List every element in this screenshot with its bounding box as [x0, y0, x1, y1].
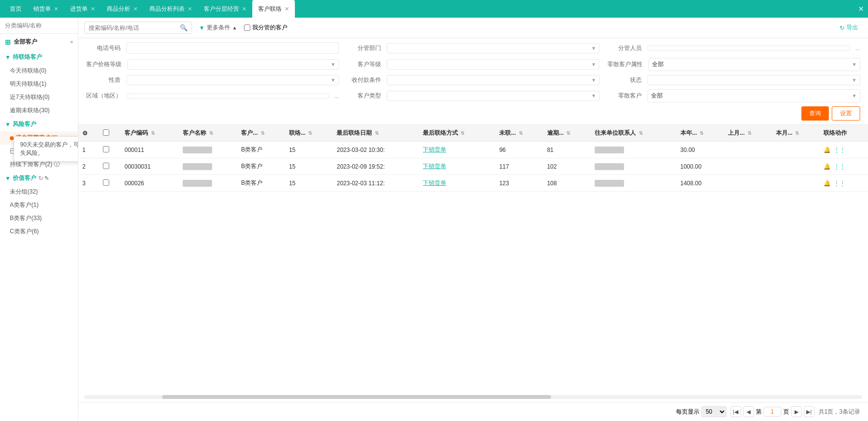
col-contact-count[interactable]: 联络... ⇅	[285, 125, 333, 142]
row-checkbox[interactable]	[103, 146, 109, 152]
contact-count-sort-icon: ⇅	[308, 130, 312, 136]
col-overdue[interactable]: 逾期... ⇅	[543, 125, 591, 142]
prev-page-btn[interactable]: ◀	[743, 406, 754, 417]
sidebar-item-ungroup[interactable]: 未分组(32)	[0, 185, 78, 198]
row-checkbox[interactable]	[103, 163, 109, 169]
sidebar-item-today[interactable]: 今天待联络(0)	[0, 64, 78, 77]
page-input[interactable]	[764, 407, 781, 417]
cell-type: B类客户	[237, 175, 285, 192]
tab-customer-tier-close[interactable]: ✕	[242, 6, 246, 12]
cell-last-method: 下销货单	[419, 158, 495, 175]
action-more-icon[interactable]: ⋮⋮	[834, 147, 845, 153]
section-pending-contact[interactable]: ▼ 待联络客户	[0, 50, 78, 64]
query-button[interactable]: 查询	[801, 106, 829, 121]
sidebar-item-class-c[interactable]: C类客户(6)	[0, 225, 78, 238]
zero-attr-select[interactable]: 全部 ▼	[649, 58, 860, 71]
export-icon: ↻	[840, 25, 844, 31]
tab-home[interactable]: 首页	[4, 0, 27, 18]
tab-analysis[interactable]: 商品分析 ✕	[101, 0, 144, 18]
dept-down-arrow: ▼	[591, 46, 596, 51]
cell-index: 1	[78, 142, 99, 158]
page-size-dropdown[interactable]: 5020100	[701, 406, 726, 417]
settings-icon[interactable]: ⚙	[82, 130, 88, 137]
more-conditions-label: 更多条件	[207, 24, 230, 32]
col-last-month[interactable]: 上月... ⇅	[724, 125, 772, 142]
next-page-btn[interactable]: ▶	[791, 406, 802, 417]
payment-select[interactable]: ▼	[387, 75, 600, 85]
setting-button[interactable]: 设置	[832, 106, 860, 121]
action-more-icon[interactable]: ⋮⋮	[834, 180, 845, 187]
last-method-link[interactable]: 下销货单	[423, 179, 446, 186]
tab-purchase-close[interactable]: ✕	[91, 6, 95, 12]
col-type[interactable]: 客户... ⇅	[237, 125, 285, 142]
page-suffix: 页	[783, 408, 789, 416]
action-contact-icon[interactable]: 🔔	[823, 180, 831, 187]
col-contact-person[interactable]: 往来单位联系人 ⇅	[591, 125, 676, 142]
customer-level-select[interactable]: ▼	[387, 59, 600, 70]
window-close-button[interactable]: ✕	[858, 5, 864, 13]
tab-analysis-list[interactable]: 商品分析列表 ✕	[144, 0, 198, 18]
payment-label: 收付款条件	[347, 76, 381, 84]
action-contact-icon[interactable]: 🔔	[823, 147, 831, 153]
col-code[interactable]: 客户编码 ⇅	[121, 125, 179, 142]
section-value[interactable]: ▼ 价值客户 ↻ ✎	[0, 171, 78, 185]
region-select[interactable]	[127, 94, 329, 99]
person-ellipsis[interactable]: ...	[855, 45, 860, 51]
person-select[interactable]	[648, 46, 850, 50]
tab-analysis-list-close[interactable]: ✕	[188, 6, 192, 12]
more-conditions-btn[interactable]: ▼ 更多条件 ▲	[196, 22, 240, 34]
row-checkbox[interactable]	[103, 179, 109, 186]
payment-down-arrow: ▼	[591, 77, 596, 83]
nature-select[interactable]: ▼	[126, 75, 339, 85]
main-search-icon[interactable]: 🔍	[180, 24, 188, 31]
section-risk[interactable]: ▼ 风险客户	[0, 117, 78, 131]
sidebar-item-tomorrow[interactable]: 明天待联络(1)	[0, 77, 78, 91]
cell-type: B类客户	[237, 142, 285, 158]
col-last-date[interactable]: 最后联络日期 ⇅	[333, 125, 419, 142]
tab-customer-tier[interactable]: 客户分层经营 ✕	[198, 0, 252, 18]
horizontal-scrollbar[interactable]	[84, 395, 862, 399]
my-customers-checkbox[interactable]	[244, 25, 250, 31]
sidebar-item-overdue[interactable]: 逾期未联络(30)	[0, 104, 78, 117]
my-customers-wrap[interactable]: 我分管的客户	[244, 24, 288, 32]
tab-analysis-close[interactable]: ✕	[133, 6, 138, 12]
value-edit-icon[interactable]: ✎	[44, 175, 49, 182]
type-sort-icon: ⇅	[261, 130, 265, 136]
sidebar-item-class-b[interactable]: B类客户(33)	[0, 212, 78, 225]
main-search-input[interactable]	[89, 25, 180, 31]
last-method-link[interactable]: 下销货单	[423, 163, 446, 170]
sidebar-item-7days[interactable]: 近7天待联络(0)	[0, 91, 78, 104]
region-ellipsis[interactable]: ...	[334, 93, 339, 99]
col-no-contact[interactable]: 未联... ⇅	[495, 125, 543, 142]
customer-type-select[interactable]: ▼	[387, 91, 600, 101]
col-this-year[interactable]: 本年... ⇅	[676, 125, 724, 142]
tab-purchase[interactable]: 进货单 ✕	[64, 0, 101, 18]
select-all-checkbox[interactable]	[103, 129, 109, 136]
all-customers-header[interactable]: ⊞ 全部客户 «	[0, 34, 78, 50]
phone-input[interactable]	[126, 42, 339, 54]
tab-customer-contact-close[interactable]: ✕	[285, 6, 289, 12]
action-more-icon[interactable]: ⋮⋮	[834, 163, 845, 170]
sidebar-item-class-a[interactable]: A类客户(1)	[0, 198, 78, 212]
value-refresh-icon[interactable]: ↻	[38, 175, 43, 182]
action-contact-icon[interactable]: 🔔	[823, 163, 831, 170]
cell-actions: 🔔 ⋮⋮	[820, 142, 868, 158]
col-name[interactable]: 客户名称 ⇅	[179, 125, 237, 142]
dept-select[interactable]: ▼	[387, 43, 600, 53]
col-last-method[interactable]: 最后联络方式 ⇅	[419, 125, 495, 142]
filter-payment: 收付款条件 ▼	[347, 75, 600, 85]
tab-sales-close[interactable]: ✕	[54, 6, 58, 12]
col-overdue-label: 逾期...	[547, 129, 564, 136]
export-btn[interactable]: ↻ 导出	[836, 22, 862, 34]
sidebar-search-input[interactable]	[5, 22, 78, 29]
pagination-bar: 每页显示 5020100 |◀ ◀ 第 页 ▶ ▶| 共1页，3条记录	[78, 402, 868, 421]
col-this-month[interactable]: 本月... ⇅	[772, 125, 820, 142]
first-page-btn[interactable]: |◀	[730, 406, 741, 417]
price-level-select[interactable]: ▼	[127, 59, 339, 70]
tab-sales[interactable]: 销货单 ✕	[27, 0, 64, 18]
status-select[interactable]: ▼	[648, 75, 860, 85]
tab-customer-contact[interactable]: 客户联络 ✕	[252, 0, 295, 18]
zero-customer-select[interactable]: 全部 ▼	[648, 89, 860, 102]
last-method-link[interactable]: 下销货单	[423, 146, 446, 153]
last-page-btn[interactable]: ▶|	[804, 406, 815, 417]
